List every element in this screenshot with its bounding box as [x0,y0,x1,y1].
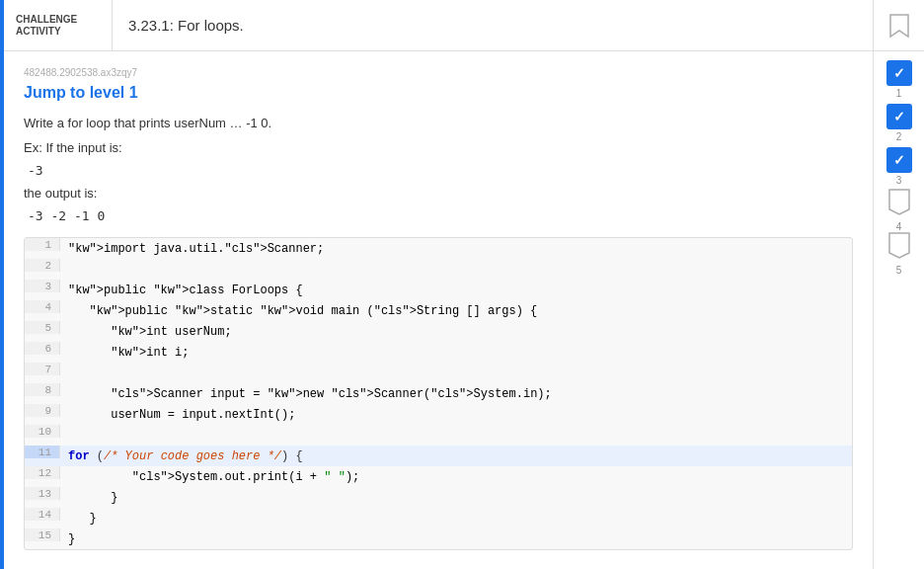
code-line: 10 [25,425,852,446]
line-content: "kw">int userNum; [60,321,232,342]
content-area: 482488.2902538.ax3zqy7 Jump to level 1 W… [4,51,873,569]
line-content: for (/* Your code goes here */) { [60,446,303,466]
header-title: 3.23.1: For loops. [113,17,873,34]
level-badge-icon-3 [886,147,912,173]
line-number: 14 [25,508,60,521]
code-line: 15} [25,528,852,549]
description-text: Write a for loop that prints userNum … -… [24,116,853,130]
level-badge-icon-1 [886,60,912,86]
right-sidebar: 123 4 5 [873,51,924,569]
line-number: 8 [25,383,60,396]
example-output: -3 -2 -1 0 [28,208,853,223]
code-line: 14 } [25,508,852,528]
line-content: "cls">Scanner input = "kw">new "cls">Sca… [60,383,552,404]
bookmark-button[interactable] [873,0,924,51]
challenge-activity-label: CHALLENGEACTIVITY [4,0,113,50]
line-number: 7 [25,363,60,375]
level-badge-2[interactable]: 2 [884,105,915,140]
line-content: "kw">public "kw">class ForLoops { [60,280,303,300]
line-number: 1 [25,238,60,251]
shield-icon [887,231,911,259]
line-content: "kw">int i; [60,342,189,363]
code-line: 13 } [25,487,852,508]
level-badge-5[interactable]: 5 [884,235,915,271]
session-id: 482488.2902538.ax3zqy7 [24,67,853,78]
code-line: 12 "cls">System.out.print(i + " "); [25,466,852,487]
code-line: 7 [25,363,852,383]
code-line: 6 "kw">int i; [25,342,852,363]
line-content [60,363,75,383]
line-content: } [60,487,117,508]
line-content: } [60,508,97,528]
level-badge-1[interactable]: 1 [884,61,915,97]
line-number: 15 [25,528,60,541]
line-content: userNum = input.nextInt(); [60,404,295,425]
line-number: 3 [25,280,60,292]
jump-to-level-link[interactable]: Jump to level 1 [24,84,853,102]
level-badge-icon-5 [887,231,911,263]
level-badge-3[interactable]: 3 [884,148,915,184]
line-content: } [60,528,75,549]
line-number: 9 [25,404,60,417]
code-editor[interactable]: 1"kw">import java.util."cls">Scanner;2 3… [24,237,853,550]
code-line: 1"kw">import java.util."cls">Scanner; [25,238,852,259]
level-badge-icon-4 [887,188,911,219]
line-content: "kw">import java.util."cls">Scanner; [60,238,324,259]
main-container: CHALLENGEACTIVITY 3.23.1: For loops. 482… [4,0,924,569]
level-badge-icon-2 [886,104,912,129]
code-line: 3"kw">public "kw">class ForLoops { [25,280,852,300]
line-content: "kw">public "kw">static "kw">void main (… [60,300,537,321]
example-input: -3 [28,163,853,178]
line-number: 12 [25,466,60,479]
line-number: 6 [25,342,60,355]
shield-icon [887,188,911,215]
line-number: 4 [25,300,60,313]
code-line: 8 "cls">Scanner input = "kw">new "cls">S… [25,383,852,404]
level-badge-number: 5 [896,265,902,276]
level-badge-4[interactable]: 4 [884,192,915,227]
line-content: "cls">System.out.print(i + " "); [60,466,359,487]
line-number: 5 [25,321,60,334]
body-container: 482488.2902538.ax3zqy7 Jump to level 1 W… [4,51,924,569]
level-badge-number: 1 [896,88,902,99]
line-number: 11 [25,446,60,458]
code-line: 4 "kw">public "kw">static "kw">void main… [25,300,852,321]
level-badge-number: 2 [896,131,902,142]
code-line: 5 "kw">int userNum; [25,321,852,342]
code-line: 2 [25,259,852,280]
line-number: 10 [25,425,60,438]
output-label: the output is: [24,186,853,201]
example-label: Ex: If the input is: [24,140,853,155]
header: CHALLENGEACTIVITY 3.23.1: For loops. [4,0,924,51]
line-number: 13 [25,487,60,500]
code-line: 11for (/* Your code goes here */) { [25,446,852,466]
line-content [60,425,75,446]
code-line: 9 userNum = input.nextInt(); [25,404,852,425]
level-badge-number: 3 [896,175,902,186]
bookmark-icon [888,13,910,39]
line-content [60,259,75,280]
line-number: 2 [25,259,60,272]
